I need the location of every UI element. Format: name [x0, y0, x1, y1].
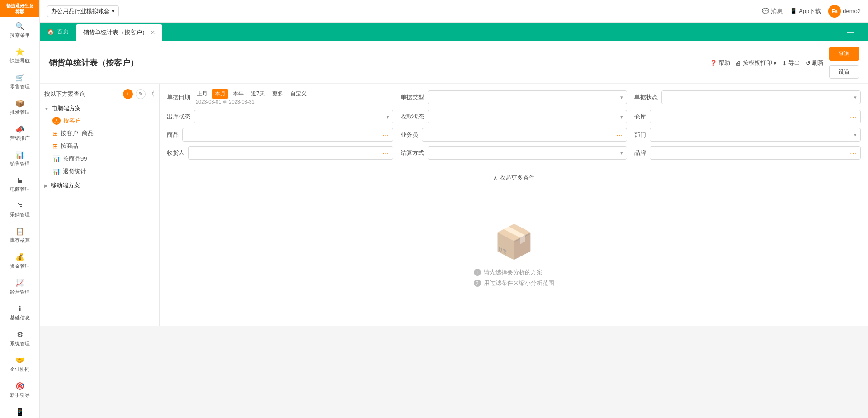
sidebar-item-newbie[interactable]: 🎯新手引导	[0, 377, 39, 403]
scheme-item-by-customer-product[interactable]: ⊞ 按客户+商品	[44, 127, 155, 140]
app-download-button[interactable]: 📱 App下载	[790, 7, 821, 15]
date-tab-last-month[interactable]: 上月	[194, 89, 210, 99]
logo-subtext: 标版	[15, 9, 24, 14]
scheme-group-desktop-header[interactable]: ▼ 电脑端方案	[44, 103, 155, 114]
tip-num-2: 2	[474, 280, 481, 287]
template-print-button[interactable]: 🖨 按模板打印 ▾	[736, 59, 777, 67]
filter-row-2: 出库状态 ▾ 收款状态 ▾	[167, 110, 861, 124]
date-tab-7-days[interactable]: 近7天	[248, 89, 268, 99]
sidebar-icon-finance: 💰	[15, 253, 24, 261]
empty-tip-1-text: 请先选择要分析的方案	[484, 268, 542, 276]
chevron-up-icon: ∧	[493, 175, 498, 181]
grid-icon: ⊞	[52, 142, 58, 150]
collapse-more-button[interactable]: ∧ 收起更多条件	[160, 170, 868, 185]
sidebar-item-cooperation[interactable]: 🤝企业协同	[0, 352, 39, 377]
scheme-header: 按以下方案查询 + ✎ 《	[44, 89, 155, 99]
scheme-item-by-customer[interactable]: 人 按客户	[44, 114, 155, 127]
sidebar-item-app-center[interactable]: 📱应用中心	[0, 403, 39, 418]
tab-close-icon[interactable]: ✕	[151, 29, 155, 36]
payment-status-control[interactable]: ▾	[428, 110, 627, 124]
chart-icon: 📊	[52, 155, 60, 162]
account-selector[interactable]: 办公用品行业模拟账套 ▾	[47, 5, 119, 17]
sidebar-item-marketing[interactable]: 📣营销推广	[0, 120, 39, 146]
tab-home[interactable]: 🏠 首页	[40, 23, 76, 41]
dots-icon: ···	[850, 149, 857, 157]
user-label: demo2	[843, 8, 861, 14]
recipient-control[interactable]: ···	[188, 146, 393, 160]
dots-icon: ···	[382, 131, 389, 138]
date-tab-custom[interactable]: 自定义	[288, 89, 309, 99]
settlement-method-label: 结算方式	[401, 149, 424, 157]
sidebar-icon-newbie: 🎯	[15, 382, 24, 390]
payment-status-label: 收款状态	[401, 113, 424, 121]
date-tab-this-month[interactable]: 本月	[212, 89, 228, 99]
tab-sales-report[interactable]: 销货单统计表（按客户） ✕	[76, 24, 162, 41]
empty-tip-2-text: 用过滤条件来缩小分析范围	[484, 279, 554, 287]
doc-status-control[interactable]: ▾	[661, 90, 861, 104]
refresh-button[interactable]: ↺ 刷新	[806, 59, 824, 67]
settlement-method-control[interactable]: ▾	[428, 146, 627, 160]
scheme-item-by-product-99-label: 按商品99	[63, 155, 87, 163]
doc-type-control[interactable]: ▾	[428, 90, 627, 104]
setting-button[interactable]: 设置	[829, 65, 859, 79]
refresh-icon: ↺	[806, 60, 811, 66]
logo-text: 畅捷通好生意	[6, 3, 33, 9]
export-button[interactable]: ⬇ 导出	[782, 59, 800, 67]
sidebar-icon-system: ⚙	[17, 330, 23, 339]
chevron-down-icon: ▾	[854, 132, 857, 138]
account-selector-label: 办公用品行业模拟账套	[51, 7, 110, 15]
chevron-down-icon: ▼	[44, 106, 49, 111]
message-button[interactable]: 💬 消息	[762, 7, 783, 15]
scheme-group-mobile-header[interactable]: ▶ 移动端方案	[44, 180, 155, 191]
sidebar-item-basics[interactable]: ℹ基础信息	[0, 300, 39, 326]
sidebar-item-search[interactable]: 🔍搜索菜单	[0, 17, 39, 43]
brand-control[interactable]: ···	[650, 146, 861, 160]
filter-field-salesperson: 业务员 ···	[401, 128, 627, 142]
maximize-icon[interactable]: ⛶	[857, 28, 863, 35]
user-menu[interactable]: Ea demo2	[828, 5, 861, 18]
sidebar-item-wholesale[interactable]: 📦批发管理	[0, 95, 39, 120]
topbar-right: 💬 消息 📱 App下载 Ea demo2	[762, 5, 861, 18]
sidebar-item-finance[interactable]: 💰资金管理	[0, 248, 39, 274]
page: 销货单统计表（按客户） ❓ 帮助 🖨 按模板打印 ▾ ⬇ 导出	[40, 41, 868, 418]
print-icon: 🖨	[736, 60, 741, 66]
salesperson-control[interactable]: ···	[422, 128, 627, 142]
department-control[interactable]: ▾	[650, 128, 861, 142]
sidebar-item-sales[interactable]: 📊销售管理	[0, 146, 39, 172]
date-tabs: 上月 本月 本年 近7天 更多 自定义	[194, 89, 309, 99]
warehouse-control[interactable]: ···	[650, 110, 861, 124]
minimize-icon[interactable]: —	[847, 28, 854, 35]
dots-icon: ···	[382, 149, 389, 157]
doc-status-label: 单据状态	[634, 93, 658, 101]
sidebar-item-retail[interactable]: 🛒零售管理	[0, 69, 39, 95]
sidebar-item-label-inventory: 库存核算	[10, 237, 30, 244]
sidebar-item-label-retail: 零售管理	[10, 83, 30, 90]
sidebar-item-quick-nav[interactable]: ⭐快捷导航	[0, 43, 39, 69]
add-scheme-button[interactable]: +	[123, 89, 133, 99]
sidebar-item-operations[interactable]: 📈经营管理	[0, 274, 39, 300]
sidebar-icon-cooperation: 🤝	[15, 356, 24, 365]
date-tab-this-year[interactable]: 本年	[230, 89, 246, 99]
collapse-scheme-button[interactable]: 《	[148, 90, 155, 98]
date-control: 上月 本月 本年 近7天 更多 自定义 2023-03-01 至	[194, 89, 393, 105]
sidebar-item-system[interactable]: ⚙系统管理	[0, 326, 39, 352]
date-filter: 上月 本月 本年 近7天 更多 自定义	[194, 89, 393, 99]
scheme-item-by-product-99[interactable]: 📊 按商品99	[44, 152, 155, 165]
app-logo: 畅捷通好生意 标版	[0, 0, 39, 17]
date-tab-more[interactable]: 更多	[269, 89, 286, 99]
sidebar-item-label-finance: 资金管理	[10, 263, 30, 270]
filter-field-date: 单据日期 上月 本月 本年 近7天 更多	[167, 89, 393, 105]
sidebar-item-label-operations: 经营管理	[10, 289, 30, 295]
sidebar-item-ecommerce[interactable]: 🖥电商管理	[0, 172, 39, 197]
sidebar-item-label-sales: 销售管理	[10, 161, 30, 167]
scheme-item-by-customer-product-label: 按客户+商品	[61, 129, 94, 138]
sidebar-item-purchase[interactable]: 🛍采购管理	[0, 197, 39, 223]
query-button[interactable]: 查询	[829, 47, 859, 61]
product-control[interactable]: ···	[182, 128, 393, 142]
outbound-status-control[interactable]: ▾	[194, 110, 393, 124]
edit-scheme-button[interactable]: ✎	[136, 89, 146, 99]
scheme-item-by-product[interactable]: ⊞ 按商品	[44, 140, 155, 152]
scheme-item-return-stats[interactable]: 📊 退货统计	[44, 165, 155, 178]
sidebar-item-inventory[interactable]: 📋库存核算	[0, 223, 39, 248]
help-button[interactable]: ❓ 帮助	[710, 59, 730, 67]
